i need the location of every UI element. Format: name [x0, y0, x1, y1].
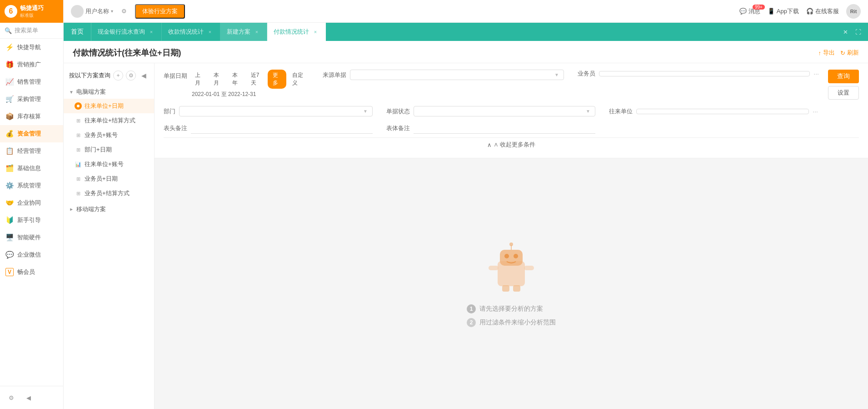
- sidebar-item-quick-nav[interactable]: ⚡ 快捷导航: [0, 39, 63, 56]
- collapse-more-btn[interactable]: ∧ ∧ 收起更多条件: [164, 137, 859, 151]
- search-menu[interactable]: 🔍 搜索菜单: [0, 23, 63, 39]
- source-dropdown-icon: ▼: [554, 72, 559, 77]
- left-panel: 按以下方案查询 + ⚙ ◀: [64, 63, 155, 409]
- app-download-btn[interactable]: 📱 App下载: [768, 7, 799, 15]
- sidebar-item-enterprise[interactable]: 🤝 企业协同: [0, 194, 63, 212]
- left-panel-title: 按以下方案查询: [69, 71, 110, 80]
- user-dropdown-icon[interactable]: ▾: [111, 9, 113, 14]
- sidebar-item-operation[interactable]: 📋 经营管理: [0, 142, 63, 160]
- staff-select[interactable]: [599, 71, 810, 76]
- svg-rect-6: [489, 266, 499, 270]
- sidebar-item-wechat[interactable]: 💬 企业微信: [0, 246, 63, 263]
- date-btn-this-month[interactable]: 本月: [210, 70, 226, 89]
- trial-btn[interactable]: 体验行业方案: [135, 4, 185, 19]
- partner-more-btn[interactable]: ···: [813, 108, 818, 115]
- group-arrow-icon: ▼: [69, 90, 74, 95]
- panel-collapse-btn[interactable]: ◀: [139, 71, 149, 81]
- export-btn[interactable]: ↑ 导出: [818, 49, 835, 57]
- table-icon-1: ⊞: [75, 117, 82, 124]
- sidebar: 6 畅捷通巧 标准版 🔍 搜索菜单 ⚡ 快捷导航 🎁 营销推广 📈 销售管理 🛒…: [0, 0, 64, 409]
- topbar-user[interactable]: 用户名称 ▾: [71, 5, 113, 18]
- message-badge: 99+: [753, 5, 765, 10]
- dept-select[interactable]: ▼: [179, 106, 373, 116]
- body-layout: 按以下方案查询 + ⚙ ◀: [64, 63, 868, 409]
- sidebar-item-member[interactable]: V 畅会员: [0, 263, 63, 281]
- service-icon: 🎧: [806, 8, 813, 15]
- empty-tip-1: 1 请先选择要分析的方案: [467, 304, 556, 313]
- mobile-group-header[interactable]: ▼ 移动端方案: [64, 202, 154, 216]
- tab-new-scheme-close[interactable]: ×: [253, 28, 260, 35]
- refresh-btn[interactable]: ↻ 刷新: [840, 49, 859, 57]
- tab-payment-stats-close[interactable]: ×: [312, 28, 319, 35]
- date-btn-custom[interactable]: 自定义: [288, 70, 309, 89]
- scheme-staff-settlement[interactable]: ⊞ 业务员+结算方式: [64, 186, 154, 201]
- main-area: 用户名称 ▾ ⚙ 体验行业方案 💬 消息 99+ 📱 App下载 🎧 在线客服 …: [64, 0, 868, 409]
- sidebar-item-purchase[interactable]: 🛒 采购管理: [0, 91, 63, 108]
- svg-rect-9: [513, 285, 520, 292]
- sidebar-settings-btn[interactable]: ⚙: [5, 391, 18, 404]
- tab-bank-flow-close[interactable]: ×: [148, 28, 155, 35]
- tab-new-scheme[interactable]: 新建方案 ×: [220, 23, 267, 41]
- staff-more-btn[interactable]: ···: [813, 70, 819, 77]
- sidebar-item-system[interactable]: ⚙️ 系统管理: [0, 177, 63, 194]
- page-title: 付款情况统计(往来单位+日期): [73, 47, 181, 58]
- wechat-icon: 💬: [5, 251, 14, 259]
- header-note-input[interactable]: [191, 123, 373, 134]
- receipt-status-select[interactable]: ▼: [414, 106, 595, 116]
- date-btn-this-year[interactable]: 本年: [228, 70, 245, 89]
- empty-state: 1 请先选择要分析的方案 2 用过滤条件来缩小分析范围: [155, 158, 868, 409]
- date-btn-last-month[interactable]: 上月: [191, 70, 208, 89]
- body-note-input[interactable]: [414, 123, 595, 134]
- svg-rect-8: [502, 285, 509, 292]
- scheme-gear-icon: ⚙: [129, 72, 134, 79]
- tab-close-all-btn[interactable]: ✕: [840, 26, 851, 37]
- scheme-partner-settlement[interactable]: ⊞ 往来单位+结算方式: [64, 113, 154, 128]
- topbar-settings-btn[interactable]: ⚙: [118, 5, 130, 18]
- scheme-dept-date[interactable]: ⊞ 部门+日期: [64, 142, 154, 157]
- messages-btn[interactable]: 💬 消息 99+: [739, 7, 760, 15]
- header-note-label: 表头备注: [164, 124, 187, 132]
- sidebar-item-guide[interactable]: 🔰 新手引导: [0, 212, 63, 229]
- sidebar-item-marketing[interactable]: 🎁 营销推广: [0, 56, 63, 73]
- sidebar-item-sales[interactable]: 📈 销售管理: [0, 73, 63, 91]
- sidebar-item-hardware[interactable]: 🖥️ 智能硬件: [0, 229, 63, 246]
- partner-select[interactable]: [636, 109, 809, 114]
- sidebar-collapse-btn[interactable]: ◀: [22, 391, 35, 404]
- user-avatar-btn[interactable]: Rit: [846, 4, 861, 19]
- export-icon: ↑: [818, 50, 822, 56]
- date-btn-more[interactable]: 更多: [268, 70, 286, 89]
- tab-maximize-btn[interactable]: ⛶: [853, 26, 863, 37]
- tab-bank-flow[interactable]: 现金银行流水查询 ×: [91, 23, 162, 41]
- source-select[interactable]: ▼: [350, 70, 564, 80]
- sales-icon: 📈: [5, 78, 14, 86]
- member-icon: V: [5, 268, 14, 276]
- tip-num-2: 2: [467, 318, 476, 327]
- desktop-group-header[interactable]: ▼ 电脑端方案: [64, 85, 154, 99]
- date-btn-7days[interactable]: 近7天: [247, 70, 266, 89]
- scheme-partner-account[interactable]: 📊 往来单位+账号: [64, 157, 154, 172]
- left-panel-icons: + ⚙ ◀: [113, 71, 149, 81]
- online-service-btn[interactable]: 🎧 在线客服: [806, 7, 839, 15]
- scheme-settings-btn[interactable]: ⚙: [126, 71, 136, 81]
- tab-home[interactable]: 首页: [64, 23, 91, 41]
- sidebar-item-fund[interactable]: 💰 资金管理: [0, 125, 63, 142]
- sidebar-item-inventory[interactable]: 📦 库存核算: [0, 108, 63, 125]
- scheme-staff-account[interactable]: ⊞ 业务员+账号: [64, 128, 154, 142]
- staff-filter-label: 业务员: [578, 70, 595, 78]
- tab-receipt-stats-close[interactable]: ×: [206, 28, 214, 35]
- scheme-partner-date[interactable]: 往来单位+日期: [64, 99, 154, 113]
- purchase-icon: 🛒: [5, 95, 14, 103]
- tab-payment-stats[interactable]: 付款情况统计 ×: [267, 23, 326, 41]
- add-scheme-btn[interactable]: +: [113, 71, 123, 81]
- query-btn[interactable]: 查询: [828, 70, 859, 83]
- fund-icon: 💰: [5, 130, 14, 138]
- table-icon-4: ⊞: [75, 175, 82, 182]
- sidebar-item-basic-info[interactable]: 🗂️ 基础信息: [0, 160, 63, 177]
- filter-area: 单据日期 上月 本月 本年 近7天 更多 自定义 20: [155, 63, 868, 158]
- sidebar-nav: ⚡ 快捷导航 🎁 营销推广 📈 销售管理 🛒 采购管理 📦 库存核算 💰 资金管…: [0, 39, 63, 386]
- tab-spacer: [326, 23, 835, 41]
- sidebar-bottom: ⚙ ◀: [0, 386, 63, 409]
- scheme-staff-date[interactable]: ⊞ 业务员+日期: [64, 172, 154, 186]
- tab-receipt-stats[interactable]: 收款情况统计 ×: [162, 23, 220, 41]
- filter-settings-btn[interactable]: 设置: [828, 86, 859, 100]
